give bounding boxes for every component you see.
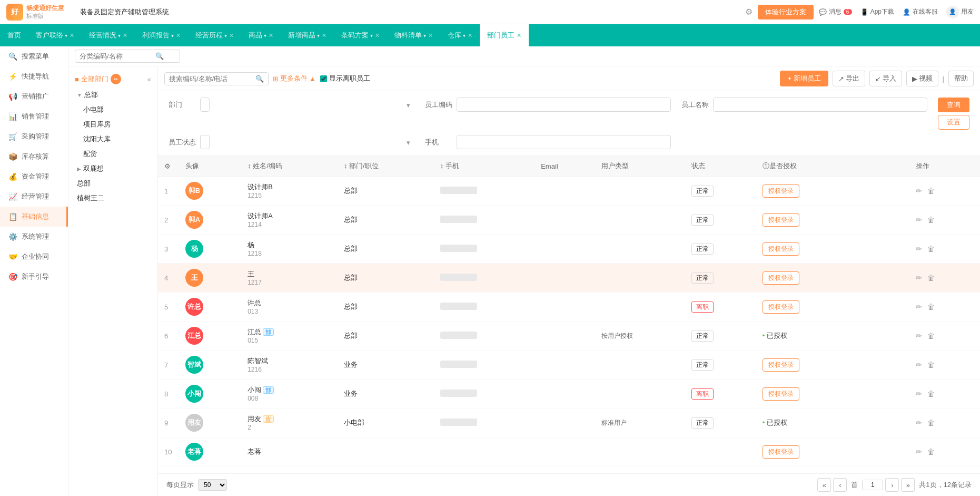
filter-status-select[interactable] (200, 135, 210, 149)
dept-item-project-warehouse[interactable]: 项目库房 (73, 117, 153, 132)
filter-phone-input[interactable] (457, 135, 671, 149)
video-button[interactable]: ▶ 视频 (906, 71, 938, 86)
auth-button[interactable]: 授权登录 (763, 271, 799, 285)
dept-item-shenyang[interactable]: 沈阳大库 (73, 132, 153, 147)
delete-button[interactable]: 🗑 (927, 303, 935, 311)
tab-goods[interactable]: 商品 ▾ ✕ (241, 24, 281, 46)
filter-dept-select[interactable] (200, 98, 210, 112)
tab-customer[interactable]: 客户联络 ▾ ✕ (28, 24, 82, 46)
help-button[interactable]: 帮助 (948, 71, 974, 86)
settings-icon[interactable]: ⚙ (745, 7, 753, 17)
edit-button[interactable]: ✏ (916, 245, 922, 253)
filter-phone-label: 手机 (425, 138, 452, 147)
dept-tree-header[interactable]: ■ 全部部门 ✏ « (73, 71, 153, 87)
page-number-input[interactable] (862, 480, 883, 490)
sidebar-item-inventory[interactable]: 📦 库存核算 (0, 147, 68, 167)
td-num: 2 (158, 206, 179, 235)
sidebar-item-search[interactable]: 🔍 搜索菜单 (0, 46, 68, 66)
category-search-input[interactable] (80, 52, 153, 60)
edit-button[interactable]: ✏ (916, 332, 922, 340)
edit-button[interactable]: ✏ (916, 274, 922, 282)
show-resigned-checkbox[interactable] (320, 75, 327, 82)
trial-button[interactable]: 体验行业方案 (758, 5, 814, 20)
last-page-button[interactable]: » (901, 478, 915, 492)
app-download-button[interactable]: 📱 App下载 (860, 7, 894, 16)
tab-warehouse[interactable]: 仓库 ▾ ✕ (440, 24, 480, 46)
edit-button[interactable]: ✏ (916, 303, 922, 311)
export-button[interactable]: ↗ 导出 (833, 71, 865, 86)
status-badge: 离职 (691, 302, 714, 313)
sidebar-item-enterprise[interactable]: 🤝 企业协同 (0, 247, 68, 267)
edit-button[interactable]: ✏ (916, 361, 922, 369)
delete-button[interactable]: 🗑 (927, 361, 935, 369)
filter-dept-select-wrapper (200, 98, 414, 112)
dept-collapse-button[interactable]: « (147, 75, 151, 83)
edit-button[interactable]: ✏ (916, 216, 922, 224)
sidebar-item-sales[interactable]: 📊 销售管理 (0, 106, 68, 127)
td-phone (434, 437, 534, 466)
auth-button[interactable]: 授权登录 (763, 184, 799, 198)
first-page-button[interactable]: « (817, 478, 831, 492)
add-employee-button[interactable]: + 新增员工 (780, 71, 828, 86)
delete-button[interactable]: 🗑 (927, 448, 935, 456)
logo-area: 好 畅捷通好生意 标准版 (6, 4, 75, 21)
delete-button[interactable]: 🗑 (927, 187, 935, 195)
video-icon: ▶ (912, 75, 917, 83)
auth-button[interactable]: 授权登录 (763, 300, 799, 314)
filter-empname-input[interactable] (713, 98, 927, 112)
tab-barcode[interactable]: 条码方案 ▾ ✕ (334, 24, 387, 46)
query-button[interactable]: 查询 (938, 98, 969, 112)
dept-item-zhishu[interactable]: 植树王二 (73, 191, 153, 206)
delete-button[interactable]: 🗑 (927, 390, 935, 398)
tab-profit[interactable]: 利润报告 ▾ ✕ (135, 24, 188, 46)
user-menu[interactable]: 👤 用友 (946, 6, 974, 18)
dept-edit-icon[interactable]: ✏ (111, 74, 121, 84)
dept-item-distribution[interactable]: 配货 (73, 147, 153, 161)
delete-button[interactable]: 🗑 (927, 332, 935, 340)
delete-button[interactable]: 🗑 (927, 419, 935, 427)
auth-button[interactable]: 授权登录 (763, 213, 799, 227)
message-button[interactable]: 💬 消息 6 (819, 7, 852, 16)
employee-search-input[interactable] (169, 75, 253, 83)
tab-home[interactable]: 首页 (0, 24, 28, 46)
auth-button[interactable]: 授权登录 (763, 445, 799, 459)
edit-button[interactable]: ✏ (916, 187, 922, 195)
delete-button[interactable]: 🗑 (927, 245, 935, 253)
delete-button[interactable]: 🗑 (927, 274, 935, 282)
page-size-select[interactable]: 50 100 (198, 479, 227, 491)
tab-add-goods[interactable]: 新增商品 ▾ ✕ (281, 24, 334, 46)
tab-process[interactable]: 经营历程 ▾ ✕ (188, 24, 241, 46)
sidebar-item-quicknav[interactable]: ⚡ 快捷导航 (0, 66, 68, 86)
sidebar-item-purchase[interactable]: 🛒 采购管理 (0, 127, 68, 147)
edit-button[interactable]: ✏ (916, 448, 922, 456)
more-filter-button[interactable]: ⊞ 更多条件 ▲ (273, 74, 316, 83)
edit-button[interactable]: ✏ (916, 419, 922, 427)
sidebar-item-operations[interactable]: 📈 经营管理 (0, 187, 68, 207)
dept-item-headquarter-parent[interactable]: ▼ 总部 (73, 87, 153, 102)
customer-service-button[interactable]: 👤 在线客服 (903, 7, 938, 16)
sidebar-item-basic[interactable]: 📋 基础信息 (0, 207, 68, 227)
auth-button[interactable]: 授权登录 (763, 387, 799, 401)
import-button[interactable]: ↙ 导入 (869, 71, 902, 86)
tab-dept-staff[interactable]: 部门员工 ✕ (480, 24, 529, 46)
sidebar-item-guide[interactable]: 🎯 新手引导 (0, 267, 68, 287)
sidebar-item-marketing[interactable]: 📢 营销推广 (0, 86, 68, 106)
dept-item-small-elec[interactable]: 小电部 (73, 102, 153, 117)
tab-material[interactable]: 物料清单 ▾ ✕ (387, 24, 440, 46)
filter-icon: ⊞ (273, 75, 279, 83)
auth-button[interactable]: 授权登录 (763, 358, 799, 372)
edit-button[interactable]: ✏ (916, 390, 922, 398)
table-row: 1 郭B 设计师B 1215 总部 正常 授权登录 ✏ 🗑 (158, 177, 980, 206)
tab-operations[interactable]: 经营情况 ▾ ✕ (82, 24, 135, 46)
sidebar-item-system[interactable]: ⚙️ 系统管理 (0, 227, 68, 247)
sidebar-item-finance[interactable]: 💰 资金管理 (0, 167, 68, 187)
filter-empcode-input[interactable] (457, 98, 671, 112)
prev-page-button[interactable]: ‹ (833, 478, 847, 492)
auth-button[interactable]: 授权登录 (763, 242, 799, 256)
dept-item-shuangluxiang[interactable]: ▶ 双鹿想 (73, 161, 153, 176)
dept-item-headquarter[interactable]: 总部 (73, 176, 153, 191)
next-page-button[interactable]: › (885, 478, 899, 492)
delete-button[interactable]: 🗑 (927, 216, 935, 224)
set-button[interactable]: 设置 (938, 115, 969, 130)
th-settings: ⚙ (158, 156, 179, 177)
